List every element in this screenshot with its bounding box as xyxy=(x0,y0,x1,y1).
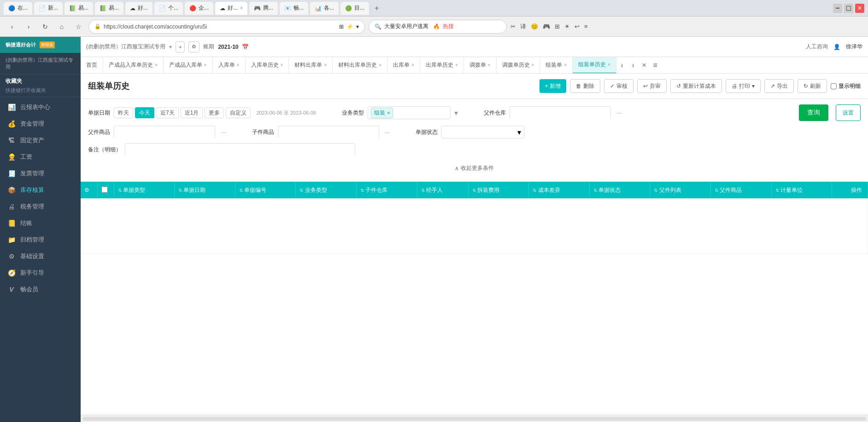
sidebar-item-payroll[interactable]: 👷 工资 xyxy=(0,149,81,165)
sidebar-item-settings[interactable]: ⚙ 基础设置 xyxy=(0,248,81,265)
date-btn-7days[interactable]: 近7天 xyxy=(156,107,179,118)
app-tab-finished-goods-in[interactable]: 产成品入库单 × xyxy=(164,57,213,74)
grid-icon[interactable]: ⊞ xyxy=(555,23,560,30)
browser-tab-8[interactable]: 🎮腾... xyxy=(249,2,278,15)
child-goods-input[interactable] xyxy=(278,126,379,139)
home-button[interactable]: ⌂ xyxy=(55,20,68,33)
refresh-button[interactable]: ↻ 刷新 xyxy=(798,79,827,93)
window-restore-btn[interactable]: □ xyxy=(844,4,853,13)
tabs-close-all[interactable]: × xyxy=(639,57,650,74)
app-tab-material-out-close[interactable]: × xyxy=(324,63,327,68)
browser-tab-9[interactable]: 📧畅... xyxy=(280,2,308,15)
show-detail-checkbox[interactable] xyxy=(831,83,837,89)
consult-label[interactable]: 人工咨询 xyxy=(806,43,828,51)
window-close-btn[interactable]: × xyxy=(855,4,864,13)
browser-tab-5[interactable]: 📄个... xyxy=(154,2,183,15)
app-tab-out-history[interactable]: 出库单历史 × xyxy=(420,57,464,74)
calendar-icon[interactable]: 📅 xyxy=(242,44,249,50)
add-company-button[interactable]: + xyxy=(176,41,185,52)
parent-goods-input[interactable] xyxy=(114,126,215,139)
app-tab-assembly[interactable]: 组装单 × xyxy=(540,57,573,74)
app-tab-assembly-history[interactable]: 组装单历史 × xyxy=(573,57,616,74)
date-btn-custom[interactable]: 自定义 xyxy=(226,107,251,118)
add-button[interactable]: + 新增 xyxy=(540,79,566,93)
horizontal-scrollbar[interactable] xyxy=(82,417,866,421)
th-number[interactable]: ⇅ 单据编号 xyxy=(235,182,296,198)
app-tab-transfer-history[interactable]: 调拨单历史 × xyxy=(497,57,540,74)
parent-warehouse-dots[interactable]: ··· xyxy=(616,109,622,116)
browser-tab-2[interactable]: 📗易... xyxy=(65,2,93,15)
child-goods-dots[interactable]: ··· xyxy=(385,128,390,136)
th-unit[interactable]: ⇅ 计量单位 xyxy=(771,182,832,198)
sun-icon[interactable]: ☀ xyxy=(564,23,570,30)
th-handler[interactable]: ⇅ 经手人 xyxy=(417,182,468,198)
app-tab-material-out-history-close[interactable]: × xyxy=(379,63,381,68)
game-icon[interactable]: 🎮 xyxy=(543,23,550,30)
app-tab-finished-goods-in-history[interactable]: 产成品入库单历史 × xyxy=(103,57,164,74)
sidebar-item-tax[interactable]: 🖨 税务管理 xyxy=(0,198,81,215)
browser-tab-1[interactable]: 📄新... xyxy=(34,2,63,15)
browser-tab-6[interactable]: 🔴企... xyxy=(185,2,213,15)
app-tab-material-out-history[interactable]: 材料出库单历史 × xyxy=(333,57,387,74)
app-tab-in-history-close[interactable]: × xyxy=(281,63,283,68)
print-button[interactable]: 🖨 打印 ▾ xyxy=(726,79,761,93)
sidebar-item-reports[interactable]: 📊 云报表中心 xyxy=(0,99,81,116)
app-tab-home[interactable]: 首页 xyxy=(81,57,103,74)
business-type-dropdown[interactable]: ▾ xyxy=(454,109,458,117)
browser-tab-11[interactable]: 🟢目... xyxy=(340,2,369,15)
sidebar-item-archive[interactable]: 📁 归档管理 xyxy=(0,231,81,248)
translate-icon[interactable]: 译 xyxy=(520,23,526,31)
menu-icon[interactable]: ≡ xyxy=(584,23,588,30)
browser-tab-10[interactable]: 📊各... xyxy=(310,2,339,15)
order-status-container[interactable]: ▾ xyxy=(441,126,524,139)
app-tab-in-order[interactable]: 入库单 × xyxy=(213,57,246,74)
collapse-button[interactable]: ∧ 收起更多条件 xyxy=(455,164,494,172)
setting-button[interactable]: 设置 xyxy=(836,104,861,121)
address-bar[interactable]: 🔒 https://cloud.chanjet.com/accounting/u… xyxy=(88,20,365,34)
th-parent-goods[interactable]: ⇅ 父件商品 xyxy=(711,182,772,198)
app-tab-finished-goods-in-close[interactable]: × xyxy=(204,63,207,68)
sidebar-item-guide[interactable]: 🧭 新手引导 xyxy=(0,265,81,281)
app-tab-in-order-close[interactable]: × xyxy=(237,63,240,68)
sidebar-item-inventory[interactable]: 📦 库存核算 xyxy=(0,182,81,198)
parent-warehouse-input[interactable] xyxy=(510,107,610,120)
th-checkbox[interactable] xyxy=(97,182,114,198)
abandon-audit-button[interactable]: ↩ 弃审 xyxy=(637,79,667,93)
dropdown-arrow[interactable]: ▾ xyxy=(169,44,172,50)
tabs-scroll-right[interactable]: › xyxy=(628,57,639,74)
sidebar-item-fixed-assets[interactable]: 🏗 固定资产 xyxy=(0,132,81,149)
th-biz-type[interactable]: ⇅ 业务类型 xyxy=(296,182,357,198)
th-disassemble-fee[interactable]: ⇅ 拆装费用 xyxy=(468,182,529,198)
search-bar[interactable]: 🔍 大量安卓用户逃离 🔥 热搜 xyxy=(369,20,507,34)
tabs-menu[interactable]: ≡ xyxy=(650,57,661,74)
sidebar-item-finance[interactable]: 💰 资金管理 xyxy=(0,116,81,132)
window-minimize-btn[interactable]: − xyxy=(833,4,842,13)
export-button[interactable]: ↗ 导出 xyxy=(764,79,794,93)
app-tab-in-history[interactable]: 入库单历史 × xyxy=(246,57,289,74)
browser-tab-7[interactable]: ☁好...× xyxy=(215,2,247,15)
parent-goods-dots[interactable]: ··· xyxy=(221,128,226,136)
th-cost-diff[interactable]: ⇅ 成本差异 xyxy=(529,182,590,198)
th-child-warehouse[interactable]: ⇅ 子件仓库 xyxy=(357,182,417,198)
sidebar-item-close-account[interactable]: 📒 结账 xyxy=(0,215,81,231)
th-parent-list[interactable]: ⇅ 父件列表 xyxy=(650,182,711,198)
sidebar-item-member[interactable]: V 畅会员 xyxy=(0,281,81,298)
app-tab-assembly-close[interactable]: × xyxy=(564,63,567,68)
app-tab-assembly-history-close[interactable]: × xyxy=(608,62,610,67)
th-type[interactable]: ⇅ 单据类型 xyxy=(114,182,175,198)
sidebar-item-invoice[interactable]: 🧾 发票管理 xyxy=(0,165,81,182)
date-btn-today[interactable]: 今天 xyxy=(135,107,154,118)
back-button[interactable]: ‹ xyxy=(6,20,18,33)
show-detail-checkbox-group[interactable]: 显示明细 xyxy=(831,82,861,90)
recalc-cost-button[interactable]: ↺ 重新计算成本 xyxy=(670,79,722,93)
app-tab-material-out[interactable]: 材料出库单 × xyxy=(289,57,333,74)
audit-button[interactable]: ✓ 审核 xyxy=(604,79,633,93)
query-button[interactable]: 查询 xyxy=(799,104,828,121)
remarks-input[interactable] xyxy=(125,144,355,156)
date-btn-1month[interactable]: 近1月 xyxy=(181,107,203,118)
scissors-icon[interactable]: ✂ xyxy=(510,23,516,30)
browser-tab-3[interactable]: 📗易... xyxy=(95,2,123,15)
company-settings-button[interactable]: ⚙ xyxy=(188,41,199,52)
delete-button[interactable]: 🗑 删除 xyxy=(570,79,600,93)
date-btn-yesterday[interactable]: 昨天 xyxy=(114,107,133,118)
